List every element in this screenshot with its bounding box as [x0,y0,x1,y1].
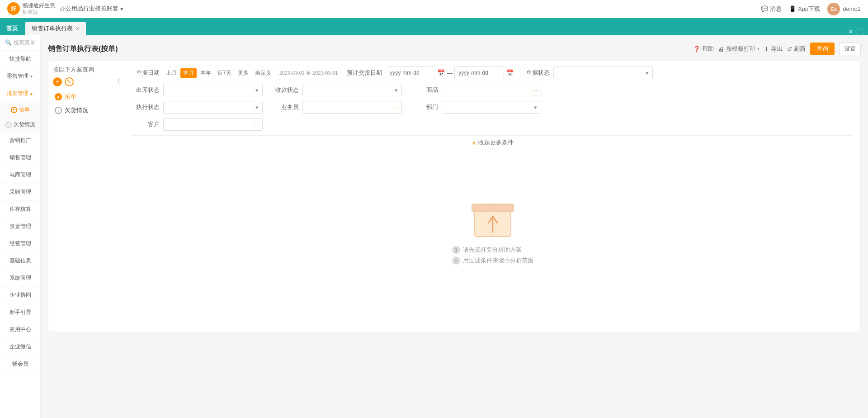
date-tab-more[interactable]: 更多 [235,68,251,78]
page-header: 销售订单执行表(按单) ❓ 帮助 🖨 按模板打印 ▾ ⬇ 导出 ↺ 刷新 查询 [48,43,861,55]
sidebar-item-inventory[interactable]: 库存核算 [0,201,40,218]
delivery-status-group: 出库状态 ▾ [132,84,263,96]
submenu-item-debt[interactable]: ○ 欠货情况 [0,117,40,132]
delivery-label: 出库状态 [132,86,160,94]
sidebar-item-quicknav[interactable]: 快捷导航 [0,51,40,68]
submenu-order-label: 按单 [19,106,30,114]
expected-date-label: 预计交货日期 [347,69,382,77]
exec-status-group: 执行状态 ▾ [132,101,263,114]
scheme-item-order-label: 按单 [65,93,76,101]
dept-group: 部门 ▾ [411,101,541,114]
message-btn[interactable]: 💬 消息 [761,5,782,13]
tab-order-table[interactable]: 销售订单执行表 ✕ [25,22,86,35]
expected-date-end[interactable] [454,66,504,79]
sidebar-item-marketing[interactable]: 营销推广 [0,132,40,149]
print-dropdown-icon[interactable]: ▾ [757,47,760,52]
refresh-btn[interactable]: ↺ 刷新 [787,45,806,53]
wechat-label: 企业微信 [9,343,31,350]
right-panel: 单据日期 上月 本月 本年 近7天 [125,61,860,332]
tab-close-icon[interactable]: ✕ [75,26,80,32]
sidebar-item-wholesale[interactable]: 批发管理 ▲ [0,85,40,102]
date-tab-lastmonth[interactable]: 上月 [163,68,179,78]
sidebar-item-appstore[interactable]: 应用中心 [0,321,40,338]
avatar: Ea [827,3,840,15]
close-window-icon[interactable]: ✕ [848,28,854,35]
export-btn[interactable]: ⬇ 导出 [764,45,783,53]
collapse-more-btn[interactable]: ∧ 收起更多条件 [132,135,853,149]
sidebar-item-business[interactable]: 经营管理 [0,235,40,252]
doc-status-select[interactable]: ▾ [553,66,653,79]
order-dot: ● [11,107,17,113]
nav-tabs: 首页 销售订单执行表 ✕ ✕ ⛶ [0,18,868,35]
scheme-add-btn[interactable]: + [53,77,62,86]
salesperson-select[interactable]: ··· [302,101,402,114]
scheme-edit-btn[interactable]: ✎ [65,77,74,86]
sales-label: 销售管理 [9,154,31,161]
goods-select[interactable]: ··· [442,84,541,96]
filter-row-4: 客户 ··· [132,118,853,131]
sidebar-item-enterprise[interactable]: 企业协同 [0,287,40,304]
exec-status-select[interactable]: ▾ [163,101,263,114]
refresh-label: 刷新 [794,45,806,53]
salesperson-more[interactable]: ··· [393,104,398,111]
query-btn[interactable]: 查询 [810,43,835,55]
logo-sub: 标准版 [23,9,55,15]
payment-arrow: ▾ [395,87,398,94]
payment-status-select[interactable]: ▾ [302,84,402,96]
user-menu-btn[interactable]: Ea demo2 [827,3,861,15]
sidebar-item-sales[interactable]: 销售管理 [0,149,40,166]
sidebar-item-basic[interactable]: 基础信息 [0,252,40,270]
date-tab-7days[interactable]: 近7天 [215,68,234,78]
print-btn[interactable]: 🖨 按模板打印 ▾ [718,45,760,53]
tab-order-label: 销售订单执行表 [32,24,73,33]
marketing-label: 营销推广 [9,137,31,143]
scheme-item-order[interactable]: ● 按单 [53,90,120,104]
date-tab-custom[interactable]: 自定义 [252,68,274,78]
goods-more-icon[interactable]: ··· [532,87,537,94]
customer-select[interactable]: ··· [163,118,263,131]
calendar-icon-start[interactable]: 📅 [437,69,445,76]
sidebar-item-ecommerce[interactable]: 电商管理 [0,166,40,184]
help-label: 帮助 [702,45,714,53]
expected-date-range: 📅 — 📅 [386,66,514,79]
date-tab-thismonth[interactable]: 本月 [180,68,197,78]
sidebar-item-purchase[interactable]: 采购管理 [0,184,40,201]
inventory-label: 库存核算 [9,206,31,212]
breadcrumb-dropdown-icon[interactable]: ▾ [120,5,123,12]
sidebar-item-system[interactable]: 系统管理 [0,270,40,287]
expected-date-start[interactable] [386,66,435,79]
calendar-icon-end[interactable]: 📅 [506,69,514,76]
settings-label: 设置 [844,45,856,53]
sidebar-item-finance[interactable]: 资金管理 [0,218,40,235]
collapse-icon: 《 [114,78,120,85]
doc-status-group: 单据状态 ▾ [523,66,653,79]
submenu-item-order[interactable]: ● 按单 [0,102,40,117]
customer-more[interactable]: ··· [254,121,259,128]
finance-label: 资金管理 [9,223,31,229]
payment-status-group: 收款状态 ▾ [272,84,402,96]
page-actions: ❓ 帮助 🖨 按模板打印 ▾ ⬇ 导出 ↺ 刷新 查询 设置 [693,43,861,55]
scheme-item-debt[interactable]: ○ 欠货情况 [53,104,120,117]
salesperson-label: 业务员 [272,103,299,111]
app-download-btn[interactable]: 📱 App下载 [789,5,820,13]
settings-btn[interactable]: 设置 [839,43,861,55]
sidebar-search[interactable]: 🔍 搜索菜单 [0,35,40,51]
filter-row-1: 单据日期 上月 本月 本年 近7天 [132,66,853,79]
sidebar-item-wechat[interactable]: 企业微信 [0,338,40,356]
tab-home[interactable]: 首页 [0,22,24,35]
app-label: App下载 [798,5,820,13]
expand-window-icon[interactable]: ⛶ [857,28,863,35]
delivery-status-select[interactable]: ▾ [163,84,263,96]
help-btn[interactable]: ❓ 帮助 [693,45,714,53]
scheme-collapse-btn[interactable]: 《 [114,78,120,86]
scheme-dot-active: ● [55,93,62,100]
dept-select[interactable]: ▾ [442,101,541,114]
sidebar-item-newbie[interactable]: 新手引导 [0,304,40,321]
wholesale-label: 批发管理 [7,90,28,97]
filter-row-3: 执行状态 ▾ 业务员 ··· 部门 [132,101,853,114]
sidebar-item-retail[interactable]: 零售管理 ▼ [0,68,40,85]
scheme-actions: + ✎ 《 [53,77,120,86]
date-tab-thisyear[interactable]: 本年 [198,68,214,78]
refresh-icon: ↺ [787,46,792,52]
sidebar-item-member[interactable]: 畅会员 [0,356,40,373]
